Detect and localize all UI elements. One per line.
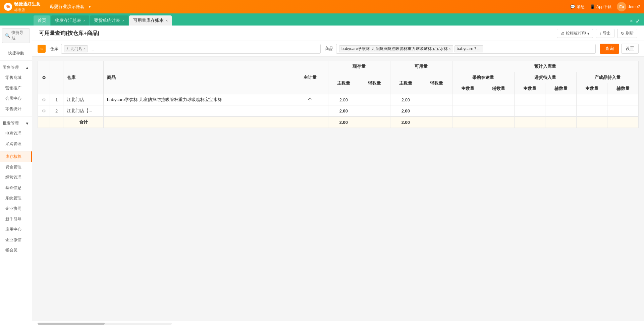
row2-stock-main: 2.00 — [328, 105, 359, 117]
expand-arrows-icon: » — [40, 46, 43, 51]
tab-available-stock[interactable]: 可用量库存账本 × — [129, 15, 172, 26]
logo-area: 畅 畅捷通好生意 标准版 — [4, 1, 40, 12]
refresh-icon: ↻ — [621, 31, 624, 36]
summary-incoming-aux — [545, 117, 577, 128]
tab-home[interactable]: 首页 — [34, 15, 50, 26]
refresh-button[interactable]: ↻ 刷新 — [617, 29, 637, 38]
filter-bar: » 仓库 江北门店 × ... 商品 babycare学饮杯 儿童防摔防撞吸管杯… — [32, 41, 644, 57]
warehouse-filter-group: 仓库 江北门店 × ... — [50, 44, 321, 54]
table-row: ⚙ 1 江北门店 babycare学饮杯 儿童防摔防撞吸管杯重力球吸嘴杯宝宝水杯… — [38, 94, 639, 105]
tab-bar-actions: × ⤢ — [626, 18, 644, 26]
page-header: 可用量查询(按仓库+商品) 🖨 按模板打印 ▾ ↑ 导出 ↻ 刷新 — [32, 26, 644, 41]
row1-incoming-aux — [545, 94, 577, 105]
product-tag-1-close-icon[interactable]: × — [449, 47, 451, 51]
summary-stock-aux — [359, 117, 390, 128]
row2-production-main — [576, 105, 607, 117]
sidebar-item-member2[interactable]: 畅会员 — [0, 245, 32, 255]
sidebar-item-stock[interactable]: 库存核算 — [0, 151, 32, 162]
warehouse-filter-input[interactable]: 江北门店 × ... — [61, 44, 321, 54]
settings-button[interactable]: 设置 — [621, 44, 639, 54]
tab-bar: 首页 收发存汇总表 × 要货单统计表 × 可用量库存账本 × × ⤢ — [0, 13, 644, 26]
chevron-down-icon: ▼ — [25, 121, 29, 126]
filter-expand-button[interactable]: » — [38, 45, 46, 53]
row2-gear[interactable]: ⚙ — [38, 105, 50, 117]
summary-avail-aux — [421, 117, 452, 128]
row1-purchase-aux — [483, 94, 515, 105]
expand-icon[interactable]: ⤢ — [636, 18, 640, 24]
product-tag-1: babycare学饮杯 儿童防摔防撞吸管杯重力球吸嘴杯宝宝水杯 × — [339, 45, 453, 52]
tab-order-close-icon[interactable]: × — [122, 18, 124, 22]
row2-avail-aux — [421, 105, 452, 117]
sidebar-item-marketing[interactable]: 营销推广 — [0, 83, 32, 93]
sidebar-section-retail-header[interactable]: 零售管理 ▲ — [0, 63, 32, 73]
message-btn[interactable]: 💬 消息 — [570, 4, 585, 10]
summary-row: 合计 2.00 2.00 — [38, 117, 639, 128]
sidebar-item-ecommerce[interactable]: 电商管理 — [0, 128, 32, 139]
col-avail-aux-header: 辅数量 — [421, 72, 452, 94]
col-stock-aux-header: 辅数量 — [359, 72, 390, 94]
scrollbar-thumb — [38, 323, 105, 325]
col-gear-header[interactable]: ⚙ — [38, 61, 50, 94]
sidebar-section-wholesale-header[interactable]: 批发管理 ▼ — [0, 119, 32, 128]
warehouse-tag-close-icon[interactable]: × — [84, 47, 86, 51]
tab-receipt-summary[interactable]: 收发存汇总表 × — [51, 15, 89, 26]
sidebar-item-new-guide[interactable]: 新手引导 — [0, 214, 32, 224]
sidebar-item-basic-info[interactable]: 基础信息 — [0, 183, 32, 193]
chevron-up-icon: ▲ — [25, 65, 29, 70]
data-table: ⚙ 仓库 商品 主计量 现存量 — [38, 61, 639, 128]
row1-gear[interactable]: ⚙ — [38, 94, 50, 105]
row2-seq: 2 — [50, 105, 63, 117]
template-print-button[interactable]: 🖨 按模板打印 ▾ — [557, 29, 593, 38]
sidebar-item-purchase[interactable]: 采购管理 — [0, 139, 32, 149]
sidebar-item-quick-nav[interactable]: 快捷导航 — [0, 48, 32, 58]
sidebar-item-finance[interactable]: 资金管理 — [0, 162, 32, 172]
sidebar-item-operations[interactable]: 经营管理 — [0, 172, 32, 183]
query-button[interactable]: 查询 — [600, 44, 619, 54]
top-bar-right: 💬 消息 📱 App下载 Ea demo2 — [570, 2, 640, 11]
sidebar-item-system[interactable]: 系统管理 — [0, 193, 32, 203]
row1-product: babycare学饮杯 儿童防摔防撞吸管杯重力球吸嘴杯宝宝水杯 — [104, 94, 292, 105]
sidebar-item-member[interactable]: 会员中心 — [0, 93, 32, 104]
col-stock-main-header: 主数量 — [328, 72, 359, 94]
summary-gear — [38, 117, 50, 128]
col-purchase-transit-header: 采购在途量 — [452, 72, 514, 83]
tab-stock-close-icon[interactable]: × — [166, 18, 168, 22]
row2-purchase-aux — [483, 105, 515, 117]
row1-warehouse: 江北门店 — [63, 94, 104, 105]
sidebar-item-wechat[interactable]: 企业微信 — [0, 235, 32, 245]
app-download-btn[interactable]: 📱 App下载 — [590, 4, 611, 10]
product-filter-input[interactable]: babycare学饮杯 儿童防摔防撞吸管杯重力球吸嘴杯宝宝水杯 × babyca… — [336, 44, 596, 54]
search-icon: 🔍 — [5, 33, 10, 38]
col-product-header: 商品 — [104, 61, 292, 94]
row2-unit — [292, 105, 328, 117]
product-tag-2: babycare？... — [454, 45, 483, 52]
brand-subtitle: 标准版 — [14, 7, 40, 12]
sidebar-item-app-center[interactable]: 应用中心 — [0, 224, 32, 235]
industry-dropdown[interactable]: 母婴行业演示账套 ▾ — [47, 3, 93, 10]
table-footer — [32, 321, 644, 326]
horizontal-scrollbar[interactable] — [38, 323, 172, 325]
table-row: ⚙ 2 江北门店【... — [38, 105, 639, 117]
sidebar-item-retail-mall[interactable]: 零售商城 — [0, 73, 32, 83]
sidebar-item-enterprise[interactable]: 企业协同 — [0, 203, 32, 214]
row2-avail-main: 2.00 — [390, 105, 421, 117]
warehouse-filter-label: 仓库 — [50, 46, 58, 52]
tab-order-stats[interactable]: 要货单统计表 × — [90, 15, 128, 26]
warehouse-ellipsis: ... — [89, 46, 96, 51]
row1-avail-aux — [421, 94, 452, 105]
top-bar: 畅 畅捷通好生意 标准版 母婴行业演示账套 ▾ 💬 消息 📱 App下载 Ea … — [0, 0, 644, 13]
table-area: ⚙ 仓库 商品 主计量 现存量 — [32, 57, 644, 321]
tab-receipt-close-icon[interactable]: × — [83, 18, 85, 22]
avatar: Ea — [617, 2, 626, 11]
close-all-icon[interactable]: × — [630, 18, 633, 24]
export-button[interactable]: ↑ 导出 — [596, 29, 614, 38]
summary-seq — [50, 117, 63, 128]
search-menu-button[interactable]: 🔍 快捷导航 — [2, 28, 30, 43]
sidebar-item-retail-stats[interactable]: 零售统计 — [0, 104, 32, 114]
user-area[interactable]: Ea demo2 — [617, 2, 640, 11]
page-title: 可用量查询(按仓库+商品) — [39, 30, 99, 37]
warehouse-tag: 江北门店 × — [64, 45, 88, 52]
col-incoming-aux-sub: 辅数量 — [545, 83, 577, 94]
row1-seq: 1 — [50, 94, 63, 105]
wholesale-section-label: 批发管理 — [3, 121, 19, 126]
